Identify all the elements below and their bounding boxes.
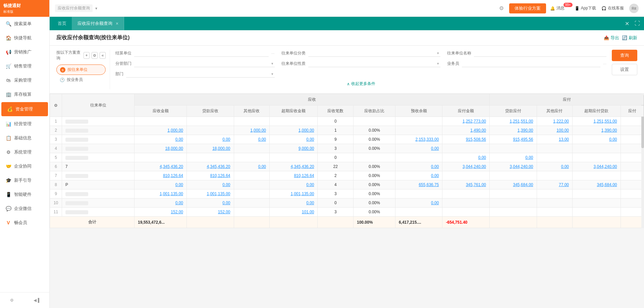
filter-add-button[interactable]: + xyxy=(84,52,90,59)
salesman-input[interactable] xyxy=(462,60,600,67)
th-ap-group: 应付 xyxy=(490,94,644,105)
footer-ar-ratio: 100.00% xyxy=(353,217,395,228)
finance-icon: 💰 xyxy=(7,106,13,112)
footer-ap-other xyxy=(537,217,572,228)
footer-ap-overdue xyxy=(573,217,621,228)
footer-ar-amount: 19,553,472,6... xyxy=(135,217,187,228)
scheme-by-customer[interactable]: B 按往来单位 xyxy=(56,64,106,75)
sidebar-item-finance[interactable]: 💰 资金管理 xyxy=(1,102,48,116)
footer-ar-prepay: 6,417,215.... xyxy=(395,217,442,228)
settings-bottom-button[interactable]: ⚙ xyxy=(7,295,16,305)
settlement-unit-input[interactable] xyxy=(134,50,269,57)
sidebar-item-vip[interactable]: V 畅会员 xyxy=(0,216,49,230)
scheme-by-salesman-label: 按业务员 xyxy=(67,77,83,83)
filter-managing-dept: 分管部门 ▾ xyxy=(115,60,275,67)
th-settings[interactable]: ⚙ xyxy=(50,94,62,117)
sidebar-item-marketing[interactable]: 📢 营销推广 xyxy=(0,45,49,59)
sidebar-item-operation[interactable]: 📊 经营管理 xyxy=(0,117,49,131)
page-header: 应收应付余额查询(按往来单位) 📤 导出 🔄 刷新 xyxy=(50,30,644,46)
footer-ap-col xyxy=(621,217,644,228)
filter-collapse-button[interactable]: ∧ 收起更多条件 xyxy=(347,81,375,87)
department-input[interactable] xyxy=(127,72,271,76)
customer-name-label: 往来单位名称 xyxy=(447,50,471,56)
customer-nature-input[interactable] xyxy=(310,61,437,66)
table-gear-icon[interactable]: ⚙ xyxy=(54,103,58,108)
collapse-label: 收起更多条件 xyxy=(351,81,375,87)
footer-ar-count xyxy=(318,217,353,228)
sidebar-item-label: 新手引导 xyxy=(14,177,32,183)
department-label: 部门 xyxy=(115,71,123,77)
customer-nature-label: 往来单位性质 xyxy=(281,61,306,67)
sales-icon: 🛒 xyxy=(5,63,11,69)
notifications-button[interactable]: 🔔 消息 99+ xyxy=(550,5,569,11)
customer-category-chevron-icon: ▾ xyxy=(437,51,439,55)
app-download-icon: 📱 xyxy=(575,6,580,11)
data-table: ⚙ 往来单位 应收 应付 应收金额 贷款应收 其他应收 超期应收金额 xyxy=(50,94,644,228)
footer-ar-overdue xyxy=(269,217,318,228)
sidebar-item-wechat[interactable]: 💬 企业微信 xyxy=(0,202,49,216)
tab-fullscreen-icon[interactable]: ⛶ xyxy=(633,19,641,28)
sidebar-item-system[interactable]: ⚙ 系统管理 xyxy=(0,145,49,159)
th-ar-loan: 贷款应收 xyxy=(186,105,234,117)
salesman-dots[interactable]: ··· xyxy=(603,61,606,66)
sidebar-item-basic-info[interactable]: 📋 基础信息 xyxy=(0,131,49,145)
th-ar-overdue: 超期应收金额 xyxy=(269,105,318,117)
tab-bar-right: ✕ ⛶ xyxy=(624,19,641,28)
page-header-actions: 📤 导出 🔄 刷新 xyxy=(604,35,637,41)
sidebar-item-smart-hw[interactable]: 📱 智能硬件 xyxy=(0,187,49,202)
sidebar-item-sales[interactable]: 🛒 销售管理 xyxy=(0,59,49,73)
scheme-clock-icon: 🕐 xyxy=(60,78,65,82)
sidebar-item-label: 销售管理 xyxy=(14,63,32,69)
breadcrumb-dropdown-icon[interactable]: ▾ xyxy=(95,6,97,11)
sidebar-item-quick-nav[interactable]: 🏠 快捷导航 xyxy=(0,31,49,45)
collapse-button[interactable]: ◀▐ xyxy=(31,295,42,305)
tab-ar-ap[interactable]: 应收应付余额查询 × xyxy=(72,17,124,30)
managing-dept-input[interactable] xyxy=(136,61,271,66)
scheme-active-icon: B xyxy=(60,67,65,73)
online-service-button[interactable]: 🎧 在线客服 xyxy=(601,5,624,11)
sidebar-item-enterprise-coop[interactable]: 🤝 企业协同 xyxy=(0,159,49,173)
filter-customer-nature: 往来单位性质 ▾ xyxy=(281,60,441,67)
export-button[interactable]: 📤 导出 xyxy=(604,35,619,41)
tab-bar: 首页 应收应付余额查询 × ✕ ⛶ xyxy=(50,17,644,30)
page-title: 应收应付余额查询(按往来单位) xyxy=(56,34,130,41)
table-container[interactable]: ⚙ 往来单位 应收 应付 应收金额 贷款应收 其他应收 超期应收金额 xyxy=(50,94,644,228)
sidebar-item-inventory[interactable]: 🏢 库存核算 xyxy=(0,87,49,101)
th-ar-ratio: 应收款占比 xyxy=(353,105,395,117)
collapse-icon: ◀▐ xyxy=(34,298,40,303)
sidebar-item-search-menu[interactable]: 🔍 搜索菜单 xyxy=(0,17,49,31)
tab-home[interactable]: 首页 xyxy=(52,17,72,30)
filter-settings-icon[interactable]: ⚙ xyxy=(92,52,98,59)
filter-collapse-icon[interactable]: « xyxy=(100,52,106,59)
page-inner: 应收应付余额查询(按往来单位) 📤 导出 🔄 刷新 xyxy=(50,30,644,228)
customer-name-input[interactable] xyxy=(474,50,606,57)
sidebar-item-label: 畅会员 xyxy=(14,220,27,226)
settlement-unit-dots[interactable]: ··· xyxy=(271,51,275,56)
basic-info-icon: 📋 xyxy=(5,135,11,141)
sidebar-item-label: 采购管理 xyxy=(14,77,32,83)
header-gear-icon[interactable]: ⚙ xyxy=(498,4,505,13)
user-avatar[interactable]: Rit xyxy=(629,4,639,13)
app-download-button[interactable]: 📱 App下载 xyxy=(575,5,596,11)
top-header: 应收应付余额查询 ▾ ⚙ 体验行业方案 🔔 消息 99+ 📱 App下载 🎧 在… xyxy=(50,0,644,17)
refresh-button[interactable]: 🔄 刷新 xyxy=(622,35,637,41)
scheme-by-salesman[interactable]: 🕐 按业务员 xyxy=(56,75,106,85)
sidebar-item-guide[interactable]: 🎓 新手引导 xyxy=(0,173,49,187)
bell-icon: 🔔 xyxy=(550,6,555,11)
table-row: 9████████1,001,135.001,001,135.001,001,1… xyxy=(50,189,644,199)
filter-department: 部门 ▾ xyxy=(115,71,275,78)
footer-ar-loan xyxy=(186,217,234,228)
sidebar-item-purchase[interactable]: 🛍 采购管理 xyxy=(0,73,49,87)
query-button[interactable]: 查询 xyxy=(612,50,637,61)
solution-button[interactable]: 体验行业方案 xyxy=(509,3,546,13)
tab-close-icon[interactable]: × xyxy=(116,21,118,26)
home-icon: 🏠 xyxy=(5,35,11,41)
sidebar-item-label: 库存核算 xyxy=(14,91,32,97)
customer-category-input[interactable] xyxy=(310,51,437,55)
export-label: 导出 xyxy=(610,35,619,41)
tab-close-window-icon[interactable]: ✕ xyxy=(624,19,631,28)
sidebar-item-label: 基础信息 xyxy=(14,135,32,141)
filter-customer-name: 往来单位名称 xyxy=(447,50,606,57)
filter-settlement-unit: 结算单位 ··· xyxy=(115,50,275,57)
settings-button[interactable]: 设置 xyxy=(612,64,637,75)
